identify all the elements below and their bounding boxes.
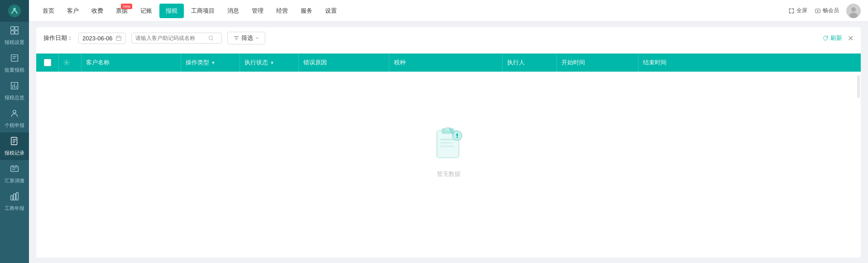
svg-rect-26 xyxy=(440,146,454,147)
toolbar: 操作日期： 2023-06-06 xyxy=(36,27,861,49)
nav-service[interactable]: 服务 xyxy=(294,0,319,22)
annual-report-icon xyxy=(10,191,19,204)
svg-marker-14 xyxy=(817,10,819,12)
sidebar-item-tax-overview[interactable]: 报税总览 xyxy=(0,77,29,105)
refresh-icon xyxy=(822,35,829,41)
svg-point-17 xyxy=(849,13,858,18)
date-picker[interactable]: 2023-06-06 xyxy=(78,33,126,44)
nav-message[interactable]: 消息 xyxy=(221,0,245,22)
navbar: 首页 客户 收费 票据 new 记账 报税 工商项目 消息 管理 经营 服务 设… xyxy=(29,0,868,22)
filter-icon xyxy=(233,35,240,41)
table-body: 暂无数据 xyxy=(36,72,861,230)
sidebar-item-label: 个税申报 xyxy=(5,122,24,129)
chevron-down-icon xyxy=(255,36,259,40)
nav-invoice[interactable]: 票据 new xyxy=(110,0,134,22)
tax-settings-icon xyxy=(10,25,19,38)
personal-tax-icon xyxy=(10,108,19,121)
th-tax-type: 税种 xyxy=(389,54,503,72)
date-label: 操作日期： xyxy=(43,34,73,42)
empty-state: 暂无数据 xyxy=(412,106,485,196)
navbar-right: 全屏 畅会员 xyxy=(788,4,861,18)
header-checkbox[interactable] xyxy=(44,59,51,66)
sidebar-item-tax-settings[interactable]: 报税设置 xyxy=(0,22,29,49)
svg-point-29 xyxy=(456,137,458,138)
svg-rect-2 xyxy=(11,27,14,30)
empty-illustration xyxy=(431,124,467,165)
sidebar: 报税设置 批量报税 报税总览 个税申报 xyxy=(0,0,29,263)
svg-rect-28 xyxy=(456,133,458,136)
refresh-button[interactable]: 刷新 xyxy=(822,34,842,42)
search-box[interactable] xyxy=(131,33,222,44)
th-exec-status[interactable]: 执行状态 ▼ xyxy=(240,54,299,72)
close-button[interactable]: ✕ xyxy=(848,34,854,43)
tax-overview-icon xyxy=(10,81,19,93)
svg-rect-3 xyxy=(15,27,18,30)
filter-button[interactable]: 筛选 xyxy=(227,32,265,44)
logo xyxy=(0,0,29,22)
nav-operations[interactable]: 经营 xyxy=(270,0,294,22)
search-input[interactable] xyxy=(135,35,208,41)
svg-point-16 xyxy=(851,7,856,12)
svg-rect-5 xyxy=(15,31,18,34)
nav-tax[interactable]: 报税 xyxy=(159,4,184,18)
nav-management[interactable]: 管理 xyxy=(245,0,270,22)
member-btn[interactable]: 畅会员 xyxy=(815,7,839,15)
scrollbar[interactable] xyxy=(857,75,860,98)
toolbar-right: 刷新 ✕ xyxy=(822,34,854,43)
new-badge: new xyxy=(121,4,132,9)
th-checkbox[interactable] xyxy=(36,54,59,72)
svg-rect-6 xyxy=(11,55,18,62)
sidebar-item-label: 汇算清缴 xyxy=(5,177,24,184)
svg-rect-4 xyxy=(11,31,14,34)
fullscreen-icon xyxy=(788,8,795,14)
svg-rect-18 xyxy=(116,36,121,40)
th-error-reason: 错误原因 xyxy=(299,54,389,72)
nav-home[interactable]: 首页 xyxy=(36,0,61,22)
fullscreen-btn[interactable]: 全屏 xyxy=(788,7,807,15)
sidebar-item-label: 报税设置 xyxy=(5,39,24,46)
sidebar-item-label: 批量报税 xyxy=(5,67,24,73)
sidebar-item-label: 工商年报 xyxy=(5,205,24,212)
sort-icon-op-type: ▼ xyxy=(211,60,216,65)
th-start-time: 开始时间 xyxy=(557,54,638,72)
nav-collection[interactable]: 收费 xyxy=(85,0,110,22)
batch-tax-icon xyxy=(10,53,19,65)
sidebar-item-personal-tax[interactable]: 个税申报 xyxy=(0,105,29,132)
th-settings xyxy=(59,54,82,72)
settings-icon xyxy=(63,59,70,66)
sidebar-item-tax-records[interactable]: 报税记录 xyxy=(0,132,29,160)
svg-rect-10 xyxy=(11,195,13,200)
th-end-time: 结束时间 xyxy=(638,54,706,72)
main-area: 首页 客户 收费 票据 new 记账 报税 工商项目 消息 管理 经营 服务 设… xyxy=(29,0,868,263)
content-area: 操作日期： 2023-06-06 xyxy=(29,22,868,263)
tax-records-icon xyxy=(10,136,19,148)
settlement-icon xyxy=(10,164,19,176)
empty-text: 暂无数据 xyxy=(437,170,460,178)
table-header: 客户名称 操作类型 ▼ 执行状态 ▼ 错误原因 税种 执行人 xyxy=(36,54,861,72)
svg-point-7 xyxy=(13,110,16,113)
th-executor: 执行人 xyxy=(503,54,557,72)
svg-rect-11 xyxy=(14,194,16,200)
sidebar-item-settlement[interactable]: 汇算清缴 xyxy=(0,160,29,188)
sort-icon-exec-status: ▼ xyxy=(270,60,274,65)
svg-rect-24 xyxy=(440,139,456,140)
nav-business[interactable]: 工商项目 xyxy=(185,0,221,22)
nav-accounts[interactable]: 记账 xyxy=(134,0,158,22)
date-value: 2023-06-06 xyxy=(82,35,113,42)
nav-settings[interactable]: 设置 xyxy=(319,0,343,22)
th-customer: 客户名称 xyxy=(82,54,181,72)
sidebar-item-annual-report[interactable]: 工商年报 xyxy=(0,188,29,215)
svg-point-1 xyxy=(13,8,16,10)
sidebar-item-label: 报税总览 xyxy=(5,94,24,101)
sidebar-item-label: 报税记录 xyxy=(5,150,24,156)
svg-point-19 xyxy=(209,36,212,39)
nav-customer[interactable]: 客户 xyxy=(61,0,85,22)
th-op-type[interactable]: 操作类型 ▼ xyxy=(181,54,240,72)
svg-point-20 xyxy=(66,62,67,63)
avatar-image xyxy=(846,4,861,18)
play-icon xyxy=(815,8,821,14)
user-avatar[interactable] xyxy=(846,4,861,18)
svg-rect-12 xyxy=(16,193,19,200)
search-icon xyxy=(208,35,214,41)
sidebar-item-batch-tax[interactable]: 批量报税 xyxy=(0,49,29,77)
